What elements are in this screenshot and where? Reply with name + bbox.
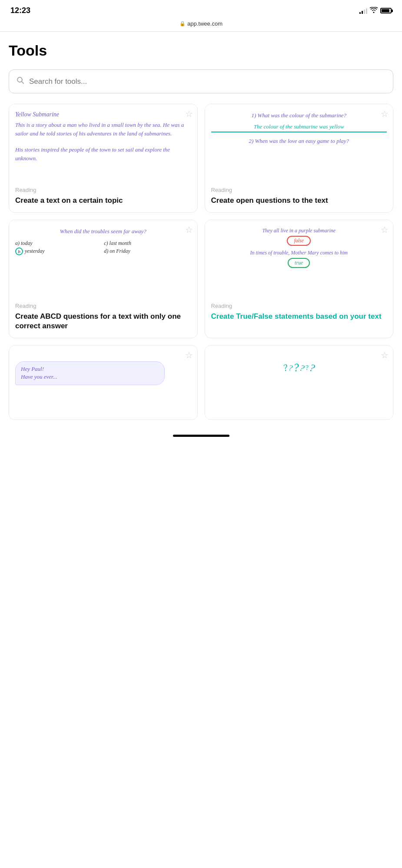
cards-grid: ☆ Yellow Submarine This is a story about… (9, 104, 393, 420)
card-2-q2: 2) When was the love an easy game to pla… (211, 137, 387, 145)
card-3-title: Create ABCD questions for a text with on… (9, 311, 197, 338)
card-4-badge-false: false (287, 236, 311, 246)
lock-icon: 🔒 (179, 21, 186, 26)
card-create-text[interactable]: ☆ Yellow Submarine This is a story about… (9, 104, 198, 213)
card-5-fade (9, 406, 197, 419)
card-6-star[interactable]: ☆ (381, 350, 389, 360)
card-5-star[interactable]: ☆ (185, 350, 193, 360)
page-title: Tools (9, 42, 393, 59)
card-2-title: Create open questions to the text (205, 195, 393, 212)
card-6-qmarks: ? ? ? ? ? ? (211, 353, 387, 374)
status-time: 12:23 (10, 6, 30, 15)
card-4-badge-true: true (288, 258, 310, 268)
card-3-meta: Reading (9, 298, 197, 311)
card-6-fade (205, 406, 393, 419)
status-bar: 12:23 (0, 0, 402, 19)
card-abcd-questions[interactable]: ☆ When did the troubles seem far away? a… (9, 220, 198, 338)
card-true-false[interactable]: ☆ They all live in a purple submarine fa… (205, 220, 394, 338)
search-input[interactable] (29, 77, 386, 86)
card-2-a1: The colour of the submarine was yellow (211, 122, 387, 133)
card-4-tf1: They all live in a purple submarine fals… (211, 227, 387, 246)
card-6[interactable]: ☆ ? ? ? ? ? ? (205, 345, 394, 420)
card-4-preview: ☆ They all live in a purple submarine fa… (205, 220, 393, 298)
card-4-star[interactable]: ☆ (381, 224, 389, 235)
mc-option-b: b yesterday (15, 248, 102, 255)
battery-icon (380, 8, 392, 13)
search-bar[interactable] (9, 69, 393, 93)
mc-circle-b: b (15, 248, 23, 255)
mc-option-a: a) today (15, 240, 102, 247)
card-3-star[interactable]: ☆ (185, 224, 193, 235)
mc-option-c: c) last month (104, 240, 191, 247)
card-open-questions[interactable]: ☆ 1) What was the colour of the submarin… (205, 104, 394, 213)
signal-icon (359, 8, 367, 14)
card-5-preview: ☆ Hey Paul!Have you ever... (9, 346, 197, 406)
page-content: Tools ☆ Yellow Submarine This is a story… (0, 32, 402, 429)
card-3-options: a) today c) last month b yesterday d) on… (15, 240, 191, 255)
home-bar (173, 435, 229, 437)
card-5-bubble: Hey Paul!Have you ever... (15, 361, 165, 385)
card-3-preview: ☆ When did the troubles seem far away? a… (9, 220, 197, 298)
url-bar: 🔒 app.twee.com (0, 19, 402, 31)
search-icon (16, 76, 25, 87)
status-icons (359, 7, 392, 14)
wifi-icon (370, 7, 378, 14)
home-indicator (0, 430, 402, 440)
card-1-preview-text1: This is a story about a man who lived in… (15, 121, 191, 138)
card-1-star[interactable]: ☆ (185, 109, 193, 119)
mc-option-d: d) on Friday (104, 248, 191, 255)
card-4-tf2: In times of trouble, Mother Mary comes t… (211, 249, 387, 268)
card-1-preview-text2: His stories inspired the people of the t… (15, 145, 191, 162)
url-text: app.twee.com (187, 20, 223, 27)
card-2-meta: Reading (205, 182, 393, 195)
card-3-question: When did the troubles seem far away? (15, 227, 191, 236)
card-1-preview-title: Yellow Submarine (15, 111, 191, 118)
card-1-meta: Reading (9, 182, 197, 195)
card-2-preview: ☆ 1) What was the colour of the submarin… (205, 104, 393, 182)
card-1-preview: ☆ Yellow Submarine This is a story about… (9, 104, 197, 182)
card-2-q1: 1) What was the colour of the submarine? (211, 111, 387, 120)
card-1-title: Create a text on a certain topic (9, 195, 197, 212)
card-4-meta: Reading (205, 298, 393, 311)
card-2-star[interactable]: ☆ (381, 109, 389, 119)
card-6-preview: ☆ ? ? ? ? ? ? (205, 346, 393, 406)
card-5[interactable]: ☆ Hey Paul!Have you ever... (9, 345, 198, 420)
card-4-title: Create True/False statements based on yo… (205, 311, 393, 328)
